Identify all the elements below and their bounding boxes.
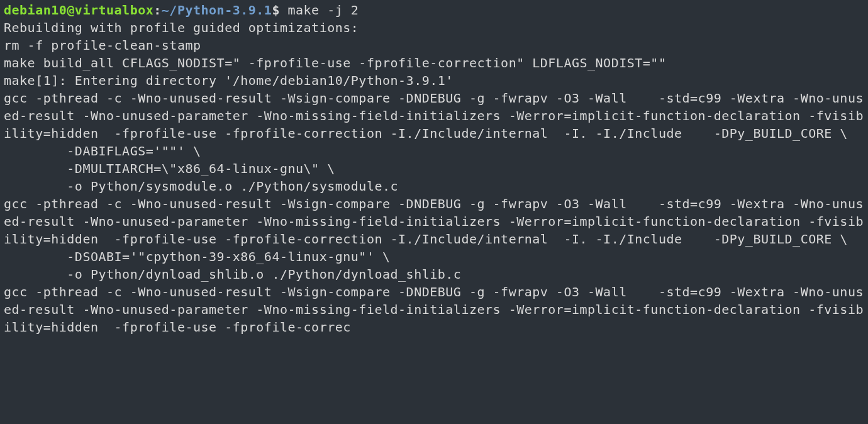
prompt-path: ~/Python-3.9.1 <box>162 3 272 18</box>
output-line: -DMULTIARCH=\"x86_64-linux-gnu\" \ <box>4 161 335 176</box>
prompt-user-host: debian10@virtualbox <box>4 3 153 18</box>
output-line: make build_all CFLAGS_NODIST=" -fprofile… <box>4 55 666 70</box>
command-input[interactable]: make -j 2 <box>288 3 359 18</box>
output-line: -DABIFLAGS='""' \ <box>4 143 201 159</box>
output-line: -DSOABI='"cpython-39-x86_64-linux-gnu"' … <box>4 249 391 264</box>
prompt-dollar: $ <box>272 3 287 18</box>
output-line: gcc -pthread -c -Wno-unused-result -Wsig… <box>4 284 864 335</box>
output-line: Rebuilding with profile guided optimizat… <box>4 20 359 35</box>
output-line: gcc -pthread -c -Wno-unused-result -Wsig… <box>4 91 864 141</box>
output-line: make[1]: Entering directory '/home/debia… <box>4 73 453 88</box>
prompt-separator: : <box>153 3 162 18</box>
terminal-window[interactable]: debian10@virtualbox:~/Python-3.9.1$ make… <box>4 1 864 336</box>
output-line: -o Python/dynload_shlib.o ./Python/dynlo… <box>4 267 461 282</box>
output-line: -o Python/sysmodule.o ./Python/sysmodule… <box>4 179 398 194</box>
output-line: rm -f profile-clean-stamp <box>4 38 201 53</box>
output-line: gcc -pthread -c -Wno-unused-result -Wsig… <box>4 196 864 247</box>
